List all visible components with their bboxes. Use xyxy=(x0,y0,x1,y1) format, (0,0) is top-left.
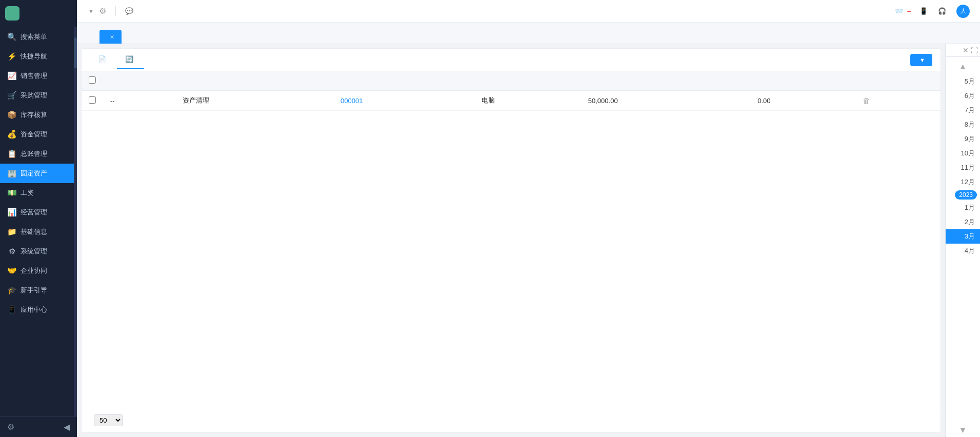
month-item[interactable]: 5月 xyxy=(946,74,980,89)
message-btn[interactable]: 📨 xyxy=(895,7,911,15)
sidebar-item-system[interactable]: ⚙ 系统管理 xyxy=(0,242,74,261)
sidebar-item-label: 采购管理 xyxy=(21,91,47,100)
sidebar-item-label: 经营管理 xyxy=(21,208,47,217)
message-icon: 📨 xyxy=(895,7,903,15)
sidebar-item-inventory[interactable]: 📦 库存核算 xyxy=(0,105,74,125)
sidebar-item-finance[interactable]: 💰 资金管理 xyxy=(0,125,74,144)
sidebar-item-label: 总账管理 xyxy=(21,149,47,158)
sidebar-item-label: 固定资产 xyxy=(21,169,47,178)
sidebar-item-guide[interactable]: 🎓 新手引导 xyxy=(0,281,74,300)
sidebar-item-label: 销售管理 xyxy=(21,71,47,81)
month-item[interactable]: 4月 xyxy=(946,244,980,258)
sub-tab-change-voucher[interactable]: 🔄 xyxy=(117,50,144,69)
sidebar-nav: 🔍 搜索菜单 ⚡ 快捷导航 📈 销售管理 🛒 采购管理 📦 库存核算 💰 资金管… xyxy=(0,27,74,416)
th-before-change xyxy=(581,71,750,91)
app-download-icon: 📱 xyxy=(919,7,928,15)
ledger-icon: 📋 xyxy=(7,149,16,158)
sidebar-item-sales[interactable]: 📈 销售管理 xyxy=(0,66,74,86)
asset-detail-icon: 📄 xyxy=(98,55,106,63)
sidebar-item-enterprise[interactable]: 🤝 企业协同 xyxy=(0,261,74,281)
topbar-divider xyxy=(115,6,116,16)
sidebar-item-app-center[interactable]: 📱 应用中心 xyxy=(0,300,74,320)
sidebar-item-label: 工资 xyxy=(21,188,34,197)
sidebar-item-ledger[interactable]: 📋 总账管理 xyxy=(0,144,74,164)
collapse-icon[interactable]: ◀ xyxy=(64,422,70,432)
sidebar-item-fixed-assets[interactable]: 🏢 固定资产 xyxy=(0,164,74,183)
right-panel: ✕ ⛶ ▲ 5月6月7月8月9月10月11月12月20231月2月3月4月 ▼ xyxy=(945,44,980,437)
panel-down-btn[interactable]: ▼ xyxy=(946,424,980,437)
content-main: 📄 🔄 ▼ xyxy=(81,48,941,433)
sub-tabs: 📄 🔄 ▼ xyxy=(82,49,941,71)
operations-icon: 📊 xyxy=(7,208,16,217)
date-scroll[interactable]: 5月6月7月8月9月10月11月12月20231月2月3月4月 xyxy=(946,73,980,424)
row-checkbox[interactable] xyxy=(89,96,96,104)
panel-close-btn[interactable]: ✕ xyxy=(963,46,969,54)
month-item[interactable]: 2月 xyxy=(946,215,980,229)
sidebar-item-salary[interactable]: 💵 工资 xyxy=(0,183,74,203)
sidebar-item-purchase[interactable]: 🛒 采购管理 xyxy=(0,86,74,105)
year-row: 2023 xyxy=(946,189,980,201)
row-operation: 🗑 xyxy=(855,91,941,111)
row-checkbox-cell xyxy=(82,91,103,111)
select-all-checkbox[interactable] xyxy=(89,76,96,84)
user-info[interactable]: 人 xyxy=(956,5,972,18)
th-after-change xyxy=(750,71,855,91)
feedback-icon: 💬 xyxy=(125,7,133,15)
delete-icon[interactable]: 🗑 xyxy=(863,96,870,105)
month-item[interactable]: 11月 xyxy=(946,161,980,175)
month-item[interactable]: 1月 xyxy=(946,201,980,215)
th-asset-name xyxy=(474,71,581,91)
panel-up-btn[interactable]: ▲ xyxy=(946,60,980,73)
sidebar-item-operations[interactable]: 📊 经营管理 xyxy=(0,203,74,222)
sidebar-item-label: 基础信息 xyxy=(21,227,47,236)
panel-expand-btn[interactable]: ⛶ xyxy=(971,46,978,54)
row-asset-name: 电脑 xyxy=(474,91,581,111)
sub-tab-asset-detail[interactable]: 📄 xyxy=(90,50,117,69)
settings-icon[interactable]: ⚙ xyxy=(7,422,14,432)
panel-header: ✕ ⛶ xyxy=(946,44,980,57)
th-asset-no xyxy=(333,71,474,91)
page-size-select[interactable]: 50 10 20 100 xyxy=(94,414,123,426)
month-item[interactable]: 6月 xyxy=(946,89,980,103)
company-selector[interactable]: ▼ xyxy=(85,8,94,14)
sidebar: 🔍 搜索菜单 ⚡ 快捷导航 📈 销售管理 🛒 采购管理 📦 库存核算 💰 资金管… xyxy=(0,0,77,437)
sidebar-item-basic-info[interactable]: 📁 基础信息 xyxy=(0,222,74,242)
sales-icon: 📈 xyxy=(7,71,16,81)
th-checkbox xyxy=(82,71,103,91)
th-change-type xyxy=(175,71,333,91)
nav-tabs: ✕ xyxy=(77,23,980,44)
tab-close-icon[interactable]: ✕ xyxy=(110,34,114,40)
row-before-change: 50,000.00 xyxy=(581,91,750,111)
month-item[interactable]: 10月 xyxy=(946,146,980,161)
table-wrap: -- 资产清理 000001 电脑 50,000.00 0.00 🗑 xyxy=(82,71,941,408)
change-voucher-icon: 🔄 xyxy=(125,55,133,63)
pagination: 50 10 20 100 xyxy=(82,408,941,432)
tab-assets[interactable]: ✕ xyxy=(99,30,122,44)
main-area: ▼ ⚙ 💬 📨 📱 🎧 人 xyxy=(77,0,980,437)
sub-tab-actions: ▼ xyxy=(910,54,932,66)
topbar-right: 📨 📱 🎧 人 xyxy=(895,5,972,18)
finance-icon: 💰 xyxy=(7,130,16,139)
month-item[interactable]: 7月 xyxy=(946,103,980,117)
table-row: -- 资产清理 000001 电脑 50,000.00 0.00 🗑 xyxy=(82,91,941,111)
system-icon: ⚙ xyxy=(7,247,16,256)
feedback-btn[interactable]: 💬 xyxy=(125,7,135,15)
settings-icon[interactable]: ⚙ xyxy=(99,6,106,16)
online-service-btn[interactable]: 🎧 xyxy=(938,7,948,15)
inventory-icon: 📦 xyxy=(7,110,16,120)
year-badge[interactable]: 2023 xyxy=(955,190,977,200)
basic-info-icon: 📁 xyxy=(7,227,16,236)
month-item[interactable]: 9月 xyxy=(946,132,980,146)
sidebar-item-quick-nav[interactable]: ⚡ 快捷导航 xyxy=(0,47,74,66)
month-item[interactable]: 3月 xyxy=(946,229,980,244)
sidebar-logo xyxy=(0,0,77,27)
generate-voucher-btn[interactable]: ▼ xyxy=(910,54,932,66)
month-item[interactable]: 12月 xyxy=(946,175,980,189)
tab-home[interactable] xyxy=(83,37,97,44)
app-download-btn[interactable]: 📱 xyxy=(919,7,930,15)
month-item[interactable]: 8月 xyxy=(946,117,980,132)
enterprise-icon: 🤝 xyxy=(7,266,16,275)
sidebar-item-label: 搜索菜单 xyxy=(21,32,47,42)
sidebar-item-label: 企业协同 xyxy=(21,266,47,275)
sidebar-item-search[interactable]: 🔍 搜索菜单 xyxy=(0,27,74,47)
